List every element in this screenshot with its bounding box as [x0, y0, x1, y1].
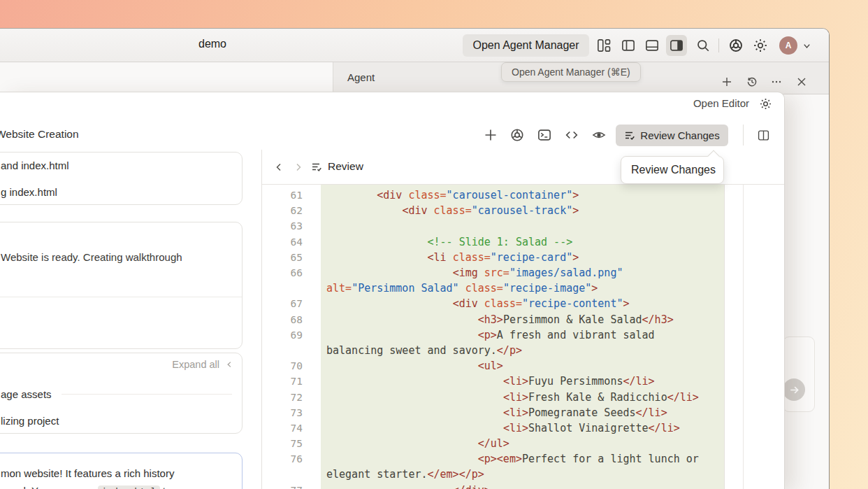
assistant-message-card: mon website! It features a rich history … [0, 453, 243, 489]
new-file-icon[interactable] [484, 128, 498, 142]
code-line: 74 <li>Shallot Vinaigrette</li> [262, 420, 742, 436]
code-line: 75 </ul> [262, 436, 742, 451]
review-panel: Review 61 <div class="carousel-container… [261, 150, 784, 489]
step-item[interactable]: age assets [1, 385, 232, 402]
code-line: 64 <!-- Slide 1: Salad --> [262, 234, 742, 250]
code-line: 72 <li>Fresh Kale & Radicchio</li> [262, 389, 742, 404]
next-change-icon[interactable] [293, 162, 304, 173]
code-line: 61 <div class="carousel-container"> [262, 187, 742, 203]
bottom-dock-icon[interactable] [645, 38, 659, 52]
agent-settings-gear-icon[interactable] [760, 98, 772, 110]
settings-gear-icon[interactable] [753, 38, 767, 52]
edited-file-item[interactable]: g index.html [0, 179, 242, 206]
code-line: balancing sweet and savory.</p> [262, 343, 742, 358]
review-code-area[interactable]: 61 <div class="carousel-container">62 <d… [262, 185, 784, 489]
status-card: Website is ready. Creating walkthrough [0, 222, 243, 349]
preview-browser-icon[interactable] [510, 128, 524, 142]
code-rows: 61 <div class="carousel-container">62 <d… [262, 187, 742, 489]
scrollbar-rule [743, 185, 744, 489]
code-line: 66 <img src="images/salad.png" [262, 265, 742, 281]
thread-title: Website Creation [0, 128, 79, 141]
new-thread-icon[interactable] [721, 76, 732, 87]
code-line: 77 </div> [262, 483, 742, 489]
code-line: 63 [262, 218, 742, 234]
title-bar: demo Open Agent Manager [0, 29, 829, 62]
list-check-icon [624, 130, 635, 141]
search-icon[interactable] [696, 38, 710, 52]
docked-agent-send-card [783, 336, 815, 412]
chevron-down-icon[interactable] [802, 41, 816, 55]
review-changes-popup[interactable]: Review Changes [621, 156, 724, 184]
project-panel-icon[interactable] [597, 38, 611, 52]
code-line: 69 <p>A fresh and vibrant salad [262, 327, 742, 343]
open-editor-button[interactable]: Open Editor [693, 97, 749, 109]
code-line: 73 <li>Pomegranate Seeds</li> [262, 405, 742, 420]
right-dock-icon-active[interactable] [666, 35, 687, 56]
browser-icon[interactable] [729, 38, 743, 52]
message-line: mon website! It features a rich history [1, 465, 232, 482]
tab-bar: Agent [0, 62, 829, 94]
close-icon[interactable] [796, 76, 807, 87]
history-icon[interactable] [746, 76, 758, 87]
toolbar-separator [743, 125, 744, 146]
expand-all-button[interactable]: Expand all [172, 359, 233, 370]
send-button[interactable] [783, 378, 805, 401]
app-window: demo Open Agent Manager [0, 28, 830, 489]
eye-icon[interactable] [592, 128, 606, 142]
file-edits-card: and index.html g index.html [0, 152, 243, 205]
prev-change-icon[interactable] [273, 162, 284, 173]
code-line: 76 <p><em>Perfect for a light lunch or [262, 451, 742, 467]
agent-overlay-panel: Open Editor Website Creation [0, 92, 785, 489]
more-menu-icon[interactable] [771, 76, 782, 87]
code-line: alt="Persimmon Salad" class="recipe-imag… [262, 281, 742, 296]
status-text: Website is ready. Creating walkthrough [1, 251, 182, 263]
message-line: ousel. You can open index.html to [1, 482, 232, 489]
open-agent-manager-tooltip: Open Agent Manager (⌘E) [501, 62, 641, 82]
inline-code-chip: index.html [98, 486, 159, 489]
code-line: 67 <div class="recipe-content"> [262, 296, 742, 311]
split-columns-icon[interactable] [758, 129, 769, 141]
tab-agent[interactable]: Agent [347, 71, 375, 83]
step-rule [62, 394, 232, 395]
edited-file-item[interactable]: and index.html [0, 153, 242, 179]
code-line: elegant starter.</em></p> [262, 467, 742, 482]
steps-card: Expand all age assets lizing project [0, 353, 243, 434]
code-line: 62 <div class="carousel-track"> [262, 203, 742, 218]
code-line: 68 <h3>Persimmon & Kale Salad</h3> [262, 312, 742, 327]
editor-tab-strip [0, 62, 333, 94]
terminal-icon[interactable] [537, 128, 551, 142]
code-icon[interactable] [565, 128, 579, 142]
review-list-check-icon [311, 162, 322, 173]
window-title: demo [178, 38, 247, 50]
step-item[interactable]: lizing project [1, 412, 232, 429]
code-line: 70 <ul> [262, 358, 742, 374]
collapse-chevron-icon [225, 360, 233, 369]
code-line: 71 <li>Fuyu Persimmons</li> [262, 374, 742, 389]
review-changes-button[interactable]: Review Changes [616, 125, 728, 146]
open-agent-manager-button[interactable]: Open Agent Manager [463, 34, 589, 57]
titlebar-separator [718, 38, 719, 52]
card-divider [0, 297, 242, 297]
avatar[interactable]: A [779, 36, 797, 55]
code-line: 65 <li class="recipe-card"> [262, 250, 742, 265]
review-title: Review [328, 160, 363, 173]
left-dock-icon[interactable] [621, 38, 635, 52]
